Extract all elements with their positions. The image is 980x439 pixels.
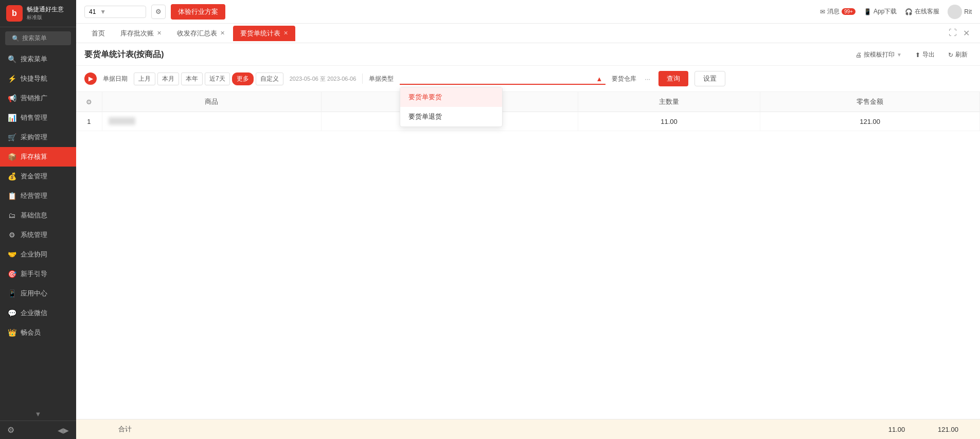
- type-filter-arrow[interactable]: ▲: [596, 75, 602, 83]
- sidebar-item-purchase[interactable]: 🛒采购管理: [0, 127, 76, 147]
- sidebar-item-appstore[interactable]: 📱应用中心: [0, 284, 76, 303]
- refresh-button[interactable]: ↻ 刷新: [944, 48, 972, 61]
- member-icon: 👑: [7, 328, 16, 337]
- app-download-button[interactable]: 📱 App下载: [864, 7, 897, 16]
- type-filter-label: 单据类型: [369, 75, 394, 83]
- filter-row: ▶ 单据日期 上月 本月 本年 近7天 更多 自定义 2023-05-06 至 …: [76, 66, 980, 92]
- sidebar-item-marketing[interactable]: 📢营销推广: [0, 88, 76, 108]
- cell-product: 商品名称: [102, 112, 322, 131]
- this-month-btn[interactable]: 本月: [157, 72, 179, 85]
- date-filter-label: 单据日期: [103, 75, 128, 83]
- sidebar-item-member[interactable]: 👑畅会员: [0, 323, 76, 342]
- sidebar-item-newbie[interactable]: 🎯新手引导: [0, 264, 76, 284]
- topbar-left: 41 ▼ ⚙ 体验行业方案: [84, 4, 225, 20]
- topbar-gear-button[interactable]: ⚙: [151, 5, 166, 19]
- tab-receipt-summary[interactable]: 收发存汇总表✕: [170, 26, 232, 41]
- wechat-icon: 💬: [7, 309, 16, 317]
- tab-close-receipt-summary[interactable]: ✕: [220, 30, 225, 36]
- tab-inventory-batch[interactable]: 库存批次账✕: [113, 26, 169, 41]
- sidebar-item-operation[interactable]: 📋经营管理: [0, 186, 76, 206]
- newbie-icon: 🎯: [7, 270, 16, 278]
- sidebar-nav: 🔍搜索菜单⚡快捷导航📢营销推广📊销售管理🛒采购管理📦库存核算💰资金管理📋经营管理…: [0, 49, 76, 408]
- tab-maximize-button[interactable]: ⛶: [947, 27, 959, 39]
- last-7-days-btn[interactable]: 近7天: [205, 72, 230, 85]
- sidebar-collapse-icon[interactable]: ◀▶: [58, 426, 69, 434]
- type-option-order-goods[interactable]: 要货单要货: [400, 87, 502, 107]
- sidebar-item-enterprise[interactable]: 🤝企业协同: [0, 245, 76, 264]
- tab-label-inventory-batch: 库存批次账: [120, 29, 154, 38]
- tab-label-receipt-summary: 收发存汇总表: [177, 29, 217, 38]
- sidebar-item-wechat[interactable]: 💬企业微信: [0, 303, 76, 323]
- footer-amount: 121.00: [922, 426, 974, 433]
- sidebar: b 畅捷通好生意 标准版 🔍 搜索菜单 🔍搜索菜单⚡快捷导航📢营销推广📊销售管理…: [0, 0, 76, 439]
- page-title: 要货单统计表(按商品): [84, 49, 164, 60]
- cell-qty: 11.00: [578, 112, 760, 131]
- tab-order-summary[interactable]: 要货单统计表✕: [233, 26, 295, 41]
- sidebar-item-search[interactable]: 🔍搜索菜单: [0, 49, 76, 69]
- sidebar-scroll-down[interactable]: ▼: [0, 408, 76, 420]
- settings-button[interactable]: 设置: [694, 71, 725, 86]
- logo-icon: b: [6, 5, 23, 22]
- topbar-right: ✉ 消息 99+ 📱 App下载 🎧 在线客服 Rit: [820, 5, 972, 19]
- filter-expand-button[interactable]: ▶: [84, 72, 97, 85]
- export-button[interactable]: ⬆ 导出: [911, 48, 939, 61]
- user-avatar[interactable]: Rit: [948, 5, 972, 19]
- print-dropdown-arrow: ▼: [897, 52, 902, 58]
- print-icon: 🖨: [856, 51, 862, 59]
- tab-close-all-button[interactable]: ✕: [961, 27, 972, 39]
- tab-expand-area: ⛶ ✕: [947, 27, 972, 39]
- sidebar-item-sales[interactable]: 📊销售管理: [0, 108, 76, 127]
- table-wrapper: ⚙ 商品 主计量单位 主数量 零售金额 1 商品名称 块 11.00 121.0…: [76, 92, 980, 419]
- refresh-icon: ↻: [948, 51, 953, 59]
- print-button[interactable]: 🖨 按模板打印 ▼: [851, 48, 906, 61]
- last-month-btn[interactable]: 上月: [134, 72, 155, 85]
- footer-qty: 11.00: [871, 426, 922, 433]
- trial-button[interactable]: 体验行业方案: [171, 4, 225, 20]
- this-year-btn[interactable]: 本年: [181, 72, 203, 85]
- tab-close-order-summary[interactable]: ✕: [283, 30, 288, 36]
- tabbar: 首页库存批次账✕收发存汇总表✕要货单统计表✕ ⛶ ✕: [76, 24, 980, 43]
- more-dates-btn[interactable]: 更多: [232, 72, 254, 85]
- custom-date-btn[interactable]: 自定义: [256, 72, 283, 85]
- tab-home[interactable]: 首页: [84, 26, 112, 41]
- column-amount-header: 零售金额: [760, 92, 980, 112]
- sidebar-item-quicknav[interactable]: ⚡快捷导航: [0, 69, 76, 88]
- sidebar-item-system[interactable]: ⚙系统管理: [0, 225, 76, 245]
- sidebar-item-finance[interactable]: 💰资金管理: [0, 167, 76, 186]
- message-icon: ✉: [820, 8, 825, 15]
- type-filter-input[interactable]: [400, 73, 605, 85]
- store-selector[interactable]: 41 ▼: [84, 6, 146, 18]
- page-header: 要货单统计表(按商品) 🖨 按模板打印 ▼ ⬆ 导出 ↻ 刷新: [76, 43, 980, 66]
- tab-close-inventory-batch[interactable]: ✕: [157, 30, 162, 36]
- search-icon: 🔍: [12, 35, 20, 42]
- online-service-button[interactable]: 🎧 在线客服: [905, 7, 939, 16]
- type-dropdown-menu: 要货单要货 要货单退货: [400, 87, 503, 127]
- sidebar-search[interactable]: 🔍 搜索菜单: [5, 31, 71, 45]
- sidebar-settings-icon[interactable]: ⚙: [7, 425, 14, 435]
- cell-amount: 121.00: [760, 112, 980, 131]
- tab-label-home: 首页: [92, 29, 105, 38]
- column-product-header: 商品: [102, 92, 322, 112]
- data-table: ⚙ 商品 主计量单位 主数量 零售金额 1 商品名称 块 11.00 121.0…: [76, 92, 980, 131]
- sidebar-bottom: ⚙ ◀▶: [0, 420, 76, 439]
- query-button[interactable]: 查询: [658, 71, 688, 86]
- avatar-image: [948, 5, 962, 19]
- column-settings-header[interactable]: ⚙: [76, 92, 102, 112]
- sidebar-item-basic[interactable]: 🗂基础信息: [0, 206, 76, 225]
- page-actions: 🖨 按模板打印 ▼ ⬆ 导出 ↻ 刷新: [851, 48, 972, 61]
- filter-separator: [362, 74, 363, 84]
- type-option-order-return[interactable]: 要货单退货: [400, 107, 502, 126]
- sidebar-item-inventory[interactable]: 📦库存核算: [0, 147, 76, 167]
- table-header-row: ⚙ 商品 主计量单位 主数量 零售金额: [76, 92, 980, 112]
- message-button[interactable]: ✉ 消息 99+: [820, 7, 856, 16]
- footer-values: 11.00 121.00: [871, 426, 974, 433]
- topbar: 41 ▼ ⚙ 体验行业方案 ✉ 消息 99+ 📱 App下载 🎧 在线客服 R: [76, 0, 980, 24]
- warehouse-filter-dots[interactable]: ···: [643, 75, 652, 83]
- sidebar-logo: b 畅捷通好生意 标准版: [0, 0, 76, 27]
- table-row: 1 商品名称 块 11.00 121.00: [76, 112, 980, 131]
- purchase-icon: 🛒: [7, 133, 16, 141]
- basic-icon: 🗂: [7, 211, 16, 220]
- quicknav-icon: ⚡: [7, 75, 16, 83]
- search-icon: 🔍: [7, 55, 16, 63]
- date-range-display: 2023-05-06 至 2023-06-06: [290, 75, 357, 83]
